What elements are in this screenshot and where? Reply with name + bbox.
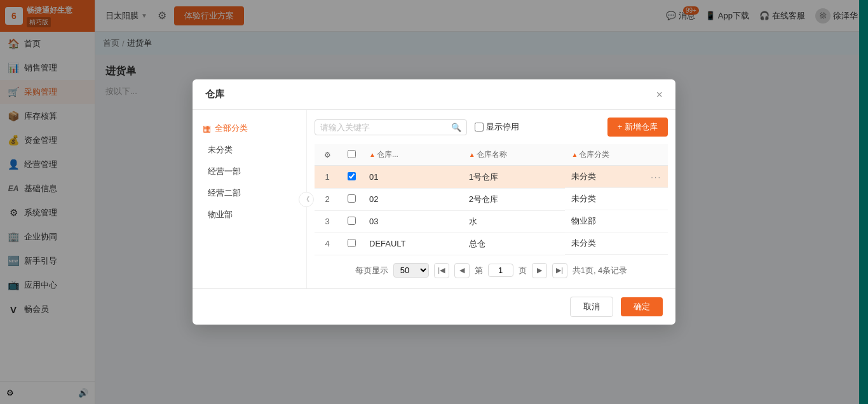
modal-toolbar: 🔍 显示停用 + 新增仓库 (315, 118, 668, 137)
row-category: 未分类··· (565, 166, 668, 188)
row-category: 物业部 (565, 210, 668, 232)
category-label-1: 经营一部 (208, 166, 241, 176)
warehouse-table: ⚙ ▲仓库... ▲仓库名称 ▲仓库分类 1 01 1号仓库 未分类··· 2 … (315, 144, 668, 255)
all-categories-label: 全部分类 (215, 123, 248, 134)
right-panel: 🔍 显示停用 + 新增仓库 ⚙ (307, 110, 675, 288)
row-category: 未分类 (565, 188, 668, 210)
row-checkbox[interactable] (348, 217, 356, 225)
row-checkbox[interactable] (348, 172, 356, 180)
row-code: 03 (363, 210, 463, 232)
row-num: 3 (315, 210, 340, 232)
search-box: 🔍 (315, 119, 467, 135)
th-code: ▲仓库... (363, 144, 463, 166)
sort-icon-cat: ▲ (571, 151, 578, 158)
row-actions[interactable]: ··· (651, 172, 661, 182)
category-item-2[interactable]: 经营二部 (193, 182, 306, 204)
page-word: 第 (475, 265, 483, 276)
page-first-button[interactable]: |◀ (434, 263, 449, 278)
table-body: 1 01 1号仓库 未分类··· 2 02 2号仓库 未分类 3 03 水 物业… (315, 166, 668, 255)
add-warehouse-button[interactable]: + 新增仓库 (607, 118, 668, 137)
page-suffix: 页 (519, 265, 527, 276)
row-checkbox-cell (340, 210, 363, 232)
row-code: DEFAULT (363, 232, 463, 255)
table-header-row: ⚙ ▲仓库... ▲仓库名称 ▲仓库分类 (315, 144, 668, 166)
modal-close-button[interactable]: × (656, 89, 663, 100)
modal-body: ▦ 全部分类 未分类 经营一部 经营二部 物业部 《 (193, 110, 675, 288)
warehouse-modal: 仓库 × ▦ 全部分类 未分类 经营一部 经营二部 (193, 79, 675, 325)
sort-icon-code: ▲ (369, 151, 376, 158)
row-num: 1 (315, 166, 340, 189)
row-category: 未分类 (565, 232, 668, 255)
show-disabled-text: 显示停用 (486, 121, 519, 133)
search-input[interactable] (320, 123, 447, 132)
row-checkbox-cell (340, 232, 363, 255)
row-name: 1号仓库 (463, 166, 566, 189)
category-label-2: 经营二部 (208, 188, 241, 198)
page-next-button[interactable]: ▶ (532, 263, 547, 278)
modal-header: 仓库 × (193, 79, 675, 110)
th-settings: ⚙ (315, 144, 340, 166)
row-checkbox-cell (340, 188, 363, 210)
category-collapse-button[interactable]: 《 (299, 192, 314, 207)
category-item-3[interactable]: 物业部 (193, 204, 306, 226)
per-page-label: 每页显示 (355, 265, 388, 276)
row-name: 总仓 (463, 232, 566, 255)
pagination: 每页显示 50 100 |◀ ◀ 第 页 ▶ ▶| 共1页, 4条记录 (315, 255, 668, 281)
row-num: 2 (315, 188, 340, 210)
row-checkbox[interactable] (348, 194, 356, 203)
row-name: 水 (463, 210, 566, 232)
select-all-checkbox[interactable] (348, 150, 356, 158)
modal-overlay: 仓库 × ▦ 全部分类 未分类 经营一部 经营二部 (0, 0, 868, 404)
page-number-input[interactable] (488, 264, 513, 277)
per-page-select[interactable]: 50 100 (393, 263, 429, 278)
category-label-0: 未分类 (208, 145, 233, 154)
show-disabled-checkbox[interactable] (475, 123, 484, 131)
show-disabled-label[interactable]: 显示停用 (475, 121, 519, 133)
row-checkbox[interactable] (348, 239, 356, 247)
th-name: ▲仓库名称 (463, 144, 566, 166)
all-categories-item[interactable]: ▦ 全部分类 (193, 118, 306, 139)
category-label-3: 物业部 (208, 210, 233, 219)
table-row[interactable]: 1 01 1号仓库 未分类··· (315, 166, 668, 189)
search-icon[interactable]: 🔍 (451, 123, 461, 132)
table-row[interactable]: 4 DEFAULT 总仓 未分类 (315, 232, 668, 255)
confirm-button[interactable]: 确定 (621, 297, 663, 316)
row-checkbox-cell (340, 166, 363, 189)
row-name: 2号仓库 (463, 188, 566, 210)
row-num: 4 (315, 232, 340, 255)
modal-footer: 取消 确定 (193, 288, 675, 325)
grid-icon: ▦ (203, 123, 211, 133)
th-category: ▲仓库分类 (565, 144, 668, 166)
category-panel: ▦ 全部分类 未分类 经营一部 经营二部 物业部 《 (193, 110, 307, 288)
warehouse-table-wrap: ⚙ ▲仓库... ▲仓库名称 ▲仓库分类 1 01 1号仓库 未分类··· 2 … (315, 144, 668, 255)
page-last-button[interactable]: ▶| (552, 263, 567, 278)
row-code: 01 (363, 166, 463, 189)
page-prev-button[interactable]: ◀ (454, 263, 470, 278)
table-row[interactable]: 2 02 2号仓库 未分类 (315, 188, 668, 210)
category-item-0[interactable]: 未分类 (193, 139, 306, 161)
page-total-info: 共1页, 4条记录 (573, 265, 628, 276)
category-item-1[interactable]: 经营一部 (193, 161, 306, 182)
row-code: 02 (363, 188, 463, 210)
cancel-button[interactable]: 取消 (570, 297, 613, 317)
th-checkbox (340, 144, 363, 166)
modal-title: 仓库 (205, 88, 224, 100)
sort-icon-name: ▲ (469, 151, 475, 158)
table-row[interactable]: 3 03 水 物业部 (315, 210, 668, 232)
